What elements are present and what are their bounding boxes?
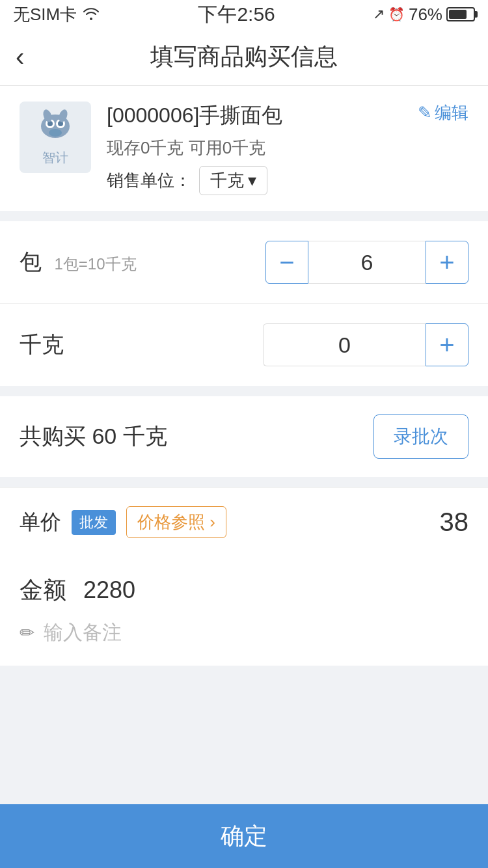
kg-label: 千克 [20,330,263,360]
product-info: [0000006]手撕面包 ✎ 编辑 现存0千克 可用0千克 销售单位： 千克 … [107,102,468,195]
price-value: 38 [440,508,469,537]
price-tag: 批发 [72,510,116,535]
alarm-icon: ⏰ [388,7,405,22]
price-ref-button[interactable]: 价格参照 › [126,506,226,538]
confirm-button[interactable]: 确定 [0,804,488,868]
total-text: 共购买 60 千克 [20,422,167,452]
svg-point-5 [49,129,62,137]
batch-button[interactable]: 录批次 [373,414,468,459]
status-time: 下午2:56 [198,1,275,28]
amount-row: 金额 2280 [20,575,468,619]
pack-qty-controls: − + [265,241,468,284]
kg-qty-input[interactable] [263,323,426,366]
price-label: 单价 [20,508,61,537]
wifi-icon [82,5,100,25]
carrier-text: 无SIM卡 [13,3,77,26]
product-name: [0000006]手撕面包 [107,102,282,130]
unit-label: 销售单位： [107,169,191,192]
product-unit-row: 销售单位： 千克 ▾ [107,166,468,195]
pack-plus-button[interactable]: + [426,241,468,284]
nav-bar: ‹ 填写商品购买信息 [0,29,488,86]
product-thumbnail: 智计 [20,102,91,173]
back-button[interactable]: ‹ [16,42,24,72]
edit-link[interactable]: ✎ 编辑 [418,102,468,124]
owl-icon [36,108,75,146]
kg-qty-row: 千克 + [0,304,488,386]
amount-notes-section: 金额 2280 ✏ 输入备注 [0,556,488,666]
pack-minus-button[interactable]: − [265,241,308,284]
status-right: ↗ ⏰ 76% [373,5,475,25]
note-row[interactable]: ✏ 输入备注 [20,619,468,666]
amount-value: 2280 [83,576,135,603]
pack-hint: 1包=10千克 [54,255,136,273]
status-bar: 无SIM卡 下午2:56 ↗ ⏰ 76% [0,0,488,29]
battery-percent: 76% [409,5,442,25]
page-title: 填写商品购买信息 [150,41,338,73]
amount-label: 金额 [20,576,66,603]
product-section: 智计 [0000006]手撕面包 ✎ 编辑 现存0千克 可用0千克 销售单位： … [0,86,488,211]
price-section: 单价 批发 价格参照 › 38 [0,487,488,556]
edit-icon: ✎ [418,103,432,123]
total-section: 共购买 60 千克 录批次 [0,396,488,477]
status-carrier: 无SIM卡 [13,3,100,26]
battery-icon [446,7,475,21]
pack-label: 包 1包=10千克 [20,247,265,277]
kg-qty-controls: + [263,323,468,366]
unit-dropdown[interactable]: 千克 ▾ [199,166,267,195]
edit-label: 编辑 [435,102,468,124]
quantity-section: 包 1包=10千克 − + 千克 + [0,221,488,386]
note-placeholder[interactable]: 输入备注 [44,619,122,646]
pack-qty-input[interactable] [308,241,426,284]
location-icon: ↗ [373,6,385,23]
chevron-down-icon: ▾ [248,170,256,191]
product-stock: 现存0千克 可用0千克 [107,137,468,159]
owl-label: 智计 [42,149,68,167]
pencil-icon: ✏ [20,622,34,644]
kg-plus-button[interactable]: + [426,323,468,366]
unit-value: 千克 [210,169,244,192]
pack-qty-row: 包 1包=10千克 − + [0,221,488,304]
